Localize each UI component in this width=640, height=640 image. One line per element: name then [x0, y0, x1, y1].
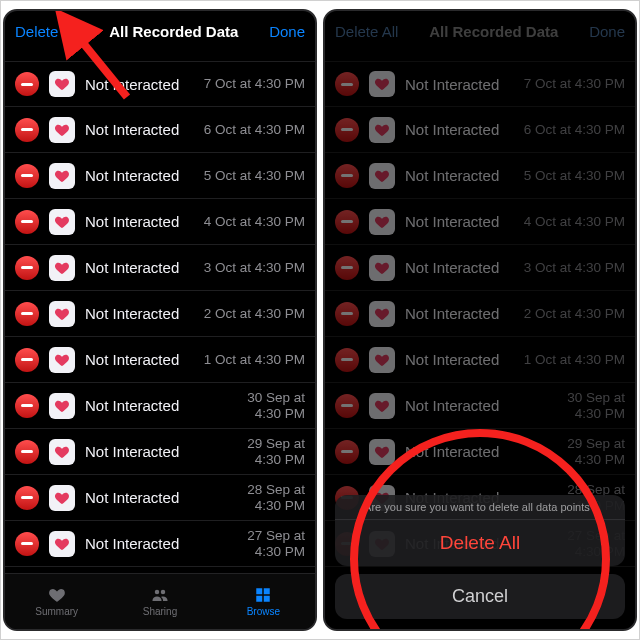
- delete-row-icon[interactable]: [15, 302, 39, 326]
- delete-row-icon[interactable]: [335, 210, 359, 234]
- delete-row-icon[interactable]: [15, 210, 39, 234]
- row-label: Not Interacted: [85, 489, 179, 506]
- row-timestamp: 7 Oct at 4:30 PM: [524, 76, 625, 92]
- row-timestamp: 7 Oct at 4:30 PM: [204, 76, 305, 92]
- row-label: Not Interacted: [85, 121, 179, 138]
- row-label: Not Interacted: [405, 397, 499, 414]
- delete-row-icon[interactable]: [15, 164, 39, 188]
- health-app-icon: [49, 209, 75, 235]
- row-label: Not Interacted: [85, 213, 179, 230]
- delete-row-icon[interactable]: [335, 302, 359, 326]
- row-timestamp: 2 Oct at 4:30 PM: [204, 306, 305, 322]
- delete-row-icon[interactable]: [15, 256, 39, 280]
- page-title: All Recorded Data: [78, 23, 269, 40]
- data-row[interactable]: Not Interacted6 Oct at 4:30 PM: [325, 107, 635, 153]
- health-app-icon: [369, 71, 395, 97]
- done-button[interactable]: Done: [589, 23, 625, 40]
- row-label: Not Interacted: [85, 351, 179, 368]
- delete-all-button[interactable]: Delete All: [335, 23, 398, 40]
- data-row[interactable]: Not Interacted6 Oct at 4:30 PM: [5, 107, 315, 153]
- data-row[interactable]: Not Interacted7 Oct at 4:30 PM: [5, 61, 315, 107]
- health-app-icon: [49, 347, 75, 373]
- delete-row-icon[interactable]: [15, 118, 39, 142]
- data-row[interactable]: Not Interacted30 Sep at 4:30 PM: [325, 383, 635, 429]
- row-timestamp: 1 Oct at 4:30 PM: [524, 352, 625, 368]
- delete-row-icon[interactable]: [335, 256, 359, 280]
- phone-right: Delete All All Recorded Data Done Not In…: [323, 9, 637, 631]
- delete-row-icon[interactable]: [15, 72, 39, 96]
- data-row[interactable]: Not Interacted4 Oct at 4:30 PM: [5, 199, 315, 245]
- row-label: Not Interacted: [405, 351, 499, 368]
- delete-row-icon[interactable]: [335, 164, 359, 188]
- delete-row-icon[interactable]: [15, 486, 39, 510]
- row-label: Not Interacted: [85, 397, 179, 414]
- heart-icon: [46, 586, 68, 604]
- delete-row-icon[interactable]: [15, 532, 39, 556]
- row-label: Not Interacted: [405, 305, 499, 322]
- tab-browse[interactable]: Browse: [212, 574, 315, 629]
- health-app-icon: [49, 71, 75, 97]
- row-timestamp: 6 Oct at 4:30 PM: [524, 122, 625, 138]
- row-label: Not Interacted: [405, 213, 499, 230]
- delete-row-icon[interactable]: [15, 440, 39, 464]
- data-row[interactable]: Not Interacted29 Sep at 4:30 PM: [325, 429, 635, 475]
- done-button[interactable]: Done: [269, 23, 305, 40]
- delete-row-icon[interactable]: [335, 394, 359, 418]
- health-app-icon: [369, 301, 395, 327]
- row-label: Not Interacted: [85, 259, 179, 276]
- row-label: Not Interacted: [85, 443, 179, 460]
- data-row[interactable]: Not Interacted2 Oct at 4:30 PM: [325, 291, 635, 337]
- data-row[interactable]: Not Interacted1 Oct at 4:30 PM: [5, 337, 315, 383]
- delete-row-icon[interactable]: [335, 118, 359, 142]
- row-timestamp: 5 Oct at 4:30 PM: [204, 168, 305, 184]
- delete-row-icon[interactable]: [335, 440, 359, 464]
- row-timestamp: 29 Sep at 4:30 PM: [247, 436, 305, 467]
- row-timestamp: 2 Oct at 4:30 PM: [524, 306, 625, 322]
- navbar: Delete All All Recorded Data Done: [5, 11, 315, 51]
- delete-row-icon[interactable]: [335, 348, 359, 372]
- data-row[interactable]: Not Interacted3 Oct at 4:30 PM: [5, 245, 315, 291]
- data-row[interactable]: Not Interacted28 Sep at 4:30 PM: [5, 475, 315, 521]
- data-row[interactable]: Not Interacted1 Oct at 4:30 PM: [325, 337, 635, 383]
- data-row[interactable]: Not Interacted2 Oct at 4:30 PM: [5, 291, 315, 337]
- tab-summary[interactable]: Summary: [5, 574, 108, 629]
- tab-label: Summary: [35, 606, 78, 617]
- tab-label: Browse: [247, 606, 280, 617]
- row-label: Not Interacted: [85, 535, 179, 552]
- health-app-icon: [49, 393, 75, 419]
- data-row[interactable]: Not Interacted4 Oct at 4:30 PM: [325, 199, 635, 245]
- row-timestamp: 28 Sep at 4:30 PM: [247, 482, 305, 513]
- sheet-delete-all-button[interactable]: Delete All: [335, 520, 625, 566]
- health-app-icon: [369, 393, 395, 419]
- health-app-icon: [369, 117, 395, 143]
- page-title: All Recorded Data: [398, 23, 589, 40]
- row-label: Not Interacted: [405, 121, 499, 138]
- row-timestamp: 1 Oct at 4:30 PM: [204, 352, 305, 368]
- delete-row-icon[interactable]: [335, 72, 359, 96]
- row-timestamp: 27 Sep at 4:30 PM: [247, 528, 305, 559]
- row-label: Not Interacted: [405, 443, 499, 460]
- row-timestamp: 5 Oct at 4:30 PM: [524, 168, 625, 184]
- tab-sharing[interactable]: Sharing: [108, 574, 211, 629]
- data-row[interactable]: Not Interacted29 Sep at 4:30 PM: [5, 429, 315, 475]
- data-row[interactable]: Not Interacted7 Oct at 4:30 PM: [325, 61, 635, 107]
- delete-row-icon[interactable]: [15, 348, 39, 372]
- row-timestamp: 30 Sep at 4:30 PM: [247, 390, 305, 421]
- health-app-icon: [369, 163, 395, 189]
- data-row[interactable]: Not Interacted3 Oct at 4:30 PM: [325, 245, 635, 291]
- people-icon: [149, 586, 171, 604]
- sheet-cancel-button[interactable]: Cancel: [335, 574, 625, 619]
- data-row[interactable]: Not Interacted5 Oct at 4:30 PM: [325, 153, 635, 199]
- data-list: Not Interacted7 Oct at 4:30 PMNot Intera…: [5, 51, 315, 573]
- health-app-icon: [49, 163, 75, 189]
- row-label: Not Interacted: [405, 259, 499, 276]
- data-row[interactable]: Not Interacted30 Sep at 4:30 PM: [5, 383, 315, 429]
- delete-row-icon[interactable]: [15, 394, 39, 418]
- row-label: Not Interacted: [85, 305, 179, 322]
- health-app-icon: [369, 347, 395, 373]
- row-timestamp: 3 Oct at 4:30 PM: [204, 260, 305, 276]
- health-app-icon: [49, 255, 75, 281]
- data-row[interactable]: Not Interacted27 Sep at 4:30 PM: [5, 521, 315, 567]
- data-row[interactable]: Not Interacted5 Oct at 4:30 PM: [5, 153, 315, 199]
- delete-all-button[interactable]: Delete All: [15, 23, 78, 40]
